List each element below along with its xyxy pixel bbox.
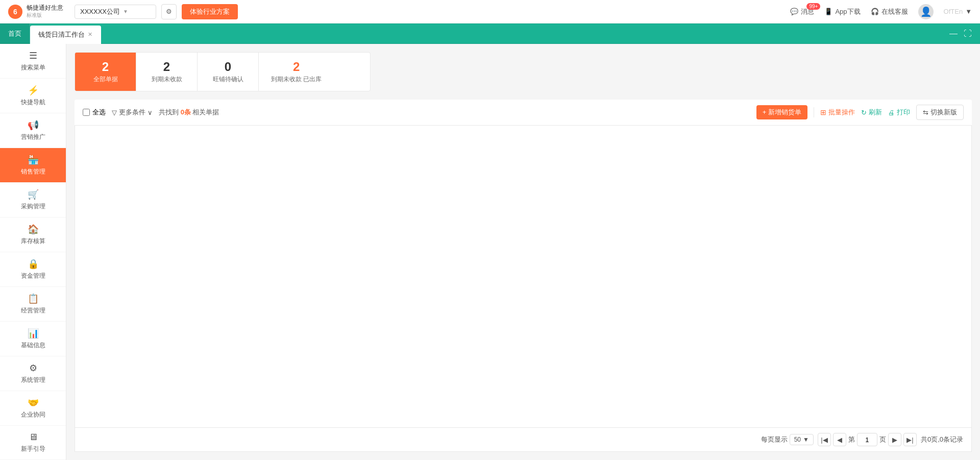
refresh-label: 刷新 [869, 108, 882, 117]
sidebar-item-enterprise-coop[interactable]: 🤝 企业协同 [0, 391, 66, 426]
sidebar-label-capital-mgmt: 资金管理 [21, 272, 45, 280]
switch-label: 切换新版 [930, 108, 957, 117]
add-sales-order-button[interactable]: + 新增销货单 [756, 105, 807, 119]
settings-button[interactable]: ⚙ [161, 4, 177, 19]
tab-home[interactable]: 首页 [0, 23, 30, 44]
sidebar-item-ops-mgmt[interactable]: 📋 经营管理 [0, 287, 66, 322]
switch-version-button[interactable]: ⇆ 切换新版 [916, 105, 964, 120]
page-last-button[interactable]: ▶| [903, 433, 917, 446]
page-size-select: 每页显示 50 ▼ [761, 434, 814, 445]
found-count: 0条 [181, 108, 191, 116]
page-first-button[interactable]: |◀ [818, 433, 831, 446]
message-button[interactable]: 💬 消息 99+ [790, 7, 814, 16]
content-area: 2 全部单据 2 到期未收款 0 旺铺待确认 2 到期未收款 已出库 [66, 44, 980, 460]
sidebar-item-beginner-guide[interactable]: 🖥 新手引导 [0, 426, 66, 460]
user-icon: 👤 [920, 6, 932, 17]
headset-icon: 🎧 [871, 8, 879, 15]
logo-area: 6 畅捷通好生意 标准版 [8, 4, 75, 19]
stat-label-wangpu-pending: 旺铺待确认 [210, 75, 246, 84]
content-inner: 2 全部单据 2 到期未收款 0 旺铺待确认 2 到期未收款 已出库 [66, 44, 980, 460]
sidebar-label-enterprise-coop: 企业协同 [21, 410, 45, 419]
home-tab-label: 首页 [8, 29, 21, 38]
chevron-down-user-icon: ▼ [965, 8, 972, 15]
sidebar-label-system-mgmt: 系统管理 [21, 376, 45, 384]
refresh-icon: ↻ [861, 109, 867, 116]
page-size-dropdown[interactable]: 50 ▼ [790, 434, 814, 445]
sidebar-label-marketing: 营销推广 [21, 133, 45, 141]
page-next-button[interactable]: ▶ [888, 433, 901, 446]
enterprise-coop-icon: 🤝 [28, 397, 39, 408]
tab-minimize-icon[interactable]: — [949, 29, 958, 38]
stat-card-wangpu-pending[interactable]: 0 旺铺待确认 [198, 53, 259, 91]
stat-number-wangpu-pending: 0 [210, 60, 246, 74]
sidebar-label-beginner-guide: 新手引导 [21, 445, 45, 453]
basic-info-icon: 📊 [28, 328, 39, 339]
stat-label-overdue-uncollected: 到期未收款 [149, 75, 185, 84]
main-layout: ☰ 搜索菜单 ⚡ 快捷导航 📢 营销推广 🏪 销售管理 🛒 采购管理 🏠 库存核… [0, 44, 980, 460]
sidebar-item-system-mgmt[interactable]: ⚙ 系统管理 [0, 356, 66, 391]
tab-cash-workbench[interactable]: 钱货日清工作台 ✕ [30, 26, 101, 44]
company-name: XXXXXX公司 [80, 7, 120, 16]
filter-icon: ▽ [112, 109, 117, 116]
sidebar-label-ops-mgmt: 经营管理 [21, 306, 45, 315]
page-size-value: 50 [794, 436, 801, 443]
print-icon: 🖨 [888, 109, 895, 116]
header-right: 💬 消息 99+ 📱 App下载 🎧 在线客服 👤 OfTEn ▼ [790, 4, 972, 19]
app-download-label: App下载 [835, 7, 860, 16]
stat-card-overdue-unshipped[interactable]: 2 到期未收款 已出库 [259, 53, 334, 91]
sidebar-label-search-menu: 搜索菜单 [21, 63, 45, 72]
checkbox-input[interactable] [83, 109, 90, 116]
tab-close-icon[interactable]: ✕ [88, 31, 92, 38]
sidebar-item-quick-nav[interactable]: ⚡ 快捷导航 [0, 79, 66, 113]
toolbar-left: 全选 ▽ 更多条件 ∨ 共找到 0条 相关单据 [83, 108, 750, 117]
tab-maximize-icon[interactable]: ⛶ [964, 29, 972, 38]
sidebar-item-search-menu[interactable]: ☰ 搜索菜单 [0, 44, 66, 79]
table-area [75, 126, 972, 428]
pagination-bar: 每页显示 50 ▼ |◀ ◀ 第 页 ▶ ▶| 共0页,0条记录 [75, 428, 972, 452]
print-button[interactable]: 🖨 打印 [888, 108, 910, 117]
refresh-button[interactable]: ↻ 刷新 [861, 108, 882, 117]
more-filter-label: 更多条件 [119, 108, 145, 117]
stat-card-overdue-uncollected[interactable]: 2 到期未收款 [136, 53, 198, 91]
app-download-button[interactable]: 📱 App下载 [824, 7, 860, 16]
batch-operation-button[interactable]: ⊞ 批量操作 [820, 108, 855, 117]
sidebar-item-purchase-mgmt[interactable]: 🛒 采购管理 [0, 183, 66, 217]
app-logo-icon: 6 [8, 5, 22, 19]
per-page-label: 每页显示 [761, 435, 788, 444]
online-service-label: 在线客服 [881, 7, 908, 16]
sidebar-item-capital-mgmt[interactable]: 🔒 资金管理 [0, 252, 66, 287]
capital-mgmt-icon: 🔒 [28, 258, 39, 270]
logo-line2: 标准版 [27, 12, 63, 19]
avatar[interactable]: 👤 [918, 4, 934, 19]
chevron-down-icon: ▼ [123, 9, 128, 14]
stat-number-overdue-uncollected: 2 [149, 60, 185, 74]
more-filter-button[interactable]: ▽ 更多条件 ∨ [112, 108, 153, 117]
company-selector[interactable]: XXXXXX公司 ▼ [75, 5, 156, 19]
purchase-mgmt-icon: 🛒 [28, 189, 39, 200]
select-all-checkbox[interactable]: 全选 [83, 108, 106, 117]
inventory-icon: 🏠 [28, 224, 39, 235]
page-prev-button[interactable]: ◀ [833, 433, 846, 446]
username-label[interactable]: OfTEn ▼ [944, 8, 972, 15]
sidebar-item-inventory[interactable]: 🏠 库存核算 [0, 217, 66, 252]
online-service-button[interactable]: 🎧 在线客服 [871, 7, 908, 16]
stat-card-all[interactable]: 2 全部单据 [75, 53, 136, 91]
found-text: 共找到 0条 相关单据 [159, 108, 219, 117]
sidebar-label-quick-nav: 快捷导航 [21, 98, 45, 107]
page-suffix: 页 [879, 435, 886, 444]
toolbar: 全选 ▽ 更多条件 ∨ 共找到 0条 相关单据 + 新增销货单 [75, 100, 972, 126]
sidebar-item-sales-mgmt[interactable]: 🏪 销售管理 [0, 148, 66, 183]
page-number-input[interactable] [857, 433, 877, 446]
batch-icon: ⊞ [820, 108, 826, 116]
message-badge: 99+ [806, 3, 820, 10]
switch-icon: ⇆ [923, 109, 928, 116]
found-prefix: 共找到 [159, 108, 179, 116]
trial-button[interactable]: 体验行业方案 [182, 4, 238, 19]
marketing-icon: 📢 [28, 119, 39, 131]
page-nav: |◀ ◀ 第 页 ▶ ▶| [818, 433, 917, 446]
logo-text: 畅捷通好生意 标准版 [27, 4, 63, 19]
sidebar-item-basic-info[interactable]: 📊 基础信息 [0, 322, 66, 356]
ops-mgmt-icon: 📋 [28, 293, 39, 304]
chevron-down-filter-icon: ∨ [148, 109, 153, 116]
sidebar-item-marketing[interactable]: 📢 营销推广 [0, 113, 66, 148]
